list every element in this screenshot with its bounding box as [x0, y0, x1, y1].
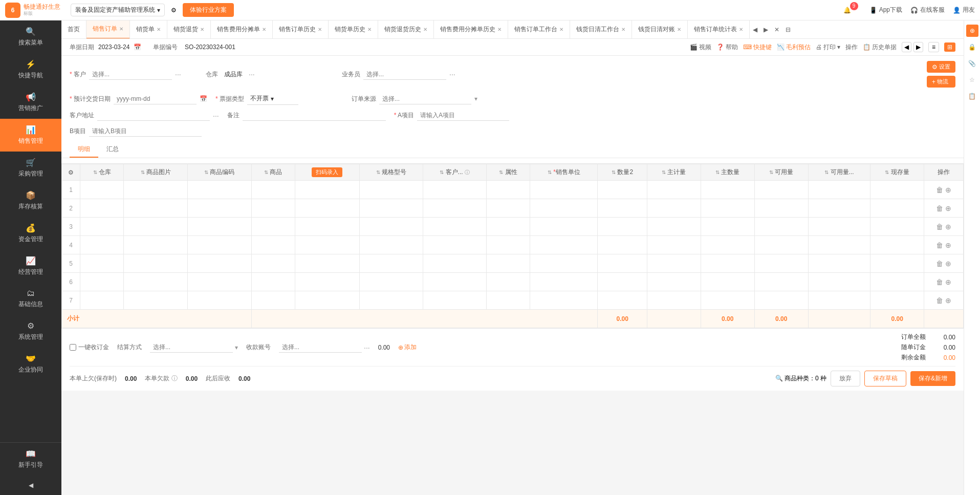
- grid-view-btn[interactable]: ⊞: [944, 42, 955, 52]
- remark-input[interactable]: [243, 110, 386, 121]
- address-input[interactable]: [97, 110, 210, 121]
- sort-availablemore-icon[interactable]: ⇅: [824, 169, 829, 175]
- payment-method-dropdown[interactable]: ▾: [235, 344, 238, 351]
- payment-method-input[interactable]: [150, 342, 233, 353]
- delivery-input[interactable]: [114, 94, 197, 104]
- sort-spec-icon[interactable]: ⇅: [376, 169, 380, 175]
- sort-custcode-icon[interactable]: ⇅: [440, 169, 444, 175]
- system-selector[interactable]: 装备及固定资产辅助管理系统 ▾: [71, 4, 165, 16]
- help-btn[interactable]: ❓ 帮助: [716, 43, 738, 52]
- sort-qty2-icon[interactable]: ⇅: [612, 169, 616, 175]
- history-btn[interactable]: 📋 历史单据: [863, 43, 897, 52]
- user-avatar[interactable]: 👤 用友: [953, 6, 975, 14]
- staff-more-btn[interactable]: ···: [449, 70, 455, 78]
- app-download-item[interactable]: 📱 App下载: [869, 6, 902, 14]
- tab-cashclear[interactable]: 钱货日清工作台 ✕: [570, 20, 632, 39]
- tab-next-btn[interactable]: ▶: [760, 20, 771, 39]
- payment-checkbox[interactable]: [70, 344, 76, 351]
- tab-close-cashclear[interactable]: ✕: [621, 27, 625, 32]
- sidebar-collapse-btn[interactable]: ◀: [0, 476, 61, 495]
- online-service-item[interactable]: 🎧 在线客服: [910, 6, 945, 14]
- tab-close-salesfeehistory[interactable]: ✕: [497, 27, 502, 32]
- td-spec-1[interactable]: [359, 181, 423, 199]
- scan-button[interactable]: 扫码录入: [312, 167, 342, 177]
- staff-input[interactable]: [363, 69, 446, 80]
- tab-close-salesreturn[interactable]: ✕: [157, 27, 161, 32]
- table-settings-icon[interactable]: ⚙: [68, 169, 74, 176]
- copy-row-4-btn[interactable]: ⊕: [945, 241, 951, 249]
- tab-salesfeehistory[interactable]: 销售费用分摊单历史 ✕: [434, 20, 508, 39]
- copy-row-6-btn[interactable]: ⊕: [945, 278, 951, 286]
- delivery-calendar-icon[interactable]: 📅: [200, 95, 207, 102]
- profit-btn[interactable]: 📉 毛利预估: [777, 43, 811, 52]
- tab-salesorder[interactable]: 销售订单 ✕: [86, 20, 130, 39]
- right-panel-lock-icon[interactable]: 🔒: [966, 41, 978, 53]
- right-panel-attach-icon[interactable]: 📎: [966, 57, 978, 70]
- td-mainqty-1[interactable]: [701, 181, 754, 199]
- delete-row-3-btn[interactable]: 🗑: [936, 223, 943, 231]
- tab-close-cashreconcile[interactable]: ✕: [677, 27, 681, 32]
- settings-quick-btn[interactable]: ⚙ 设置: [927, 61, 955, 73]
- delete-row-4-btn[interactable]: 🗑: [936, 241, 943, 249]
- tab-salesfee[interactable]: 销售费用分摊单 ✕: [211, 20, 273, 39]
- tab-home[interactable]: 首页: [61, 20, 86, 39]
- sidebar-item-finance[interactable]: 💰 资金管理: [0, 217, 61, 250]
- tab-close-saleshistory[interactable]: ✕: [318, 27, 322, 32]
- sort-code-icon[interactable]: ⇅: [204, 169, 208, 175]
- calendar-icon[interactable]: 📅: [134, 44, 141, 51]
- tab-close-salesrefundhistory[interactable]: ✕: [423, 27, 427, 32]
- sort-available-icon[interactable]: ⇅: [769, 169, 773, 175]
- notification-item[interactable]: 🔔 9: [843, 6, 861, 14]
- sort-warehouse-icon[interactable]: ⇅: [93, 169, 97, 175]
- tab-prev-btn[interactable]: ◀: [750, 20, 760, 39]
- right-panel-note-icon[interactable]: 📋: [966, 90, 978, 102]
- sidebar-item-quicknav[interactable]: ⚡ 快捷导航: [0, 53, 61, 86]
- aproject-input[interactable]: [417, 110, 509, 121]
- right-panel-add-icon[interactable]: ⊕: [966, 25, 978, 37]
- bproject-input[interactable]: [89, 126, 202, 137]
- operate-btn[interactable]: 操作: [845, 43, 858, 52]
- print-btn[interactable]: 🖨 打印 ▾: [816, 43, 840, 52]
- tab-close-salesfee[interactable]: ✕: [262, 27, 266, 32]
- tab-close-salessummary[interactable]: ✕: [739, 27, 743, 32]
- sidebar-item-inventory[interactable]: 📦 库存核算: [0, 184, 61, 217]
- sort-stock-icon[interactable]: ⇅: [885, 169, 889, 175]
- sidebar-item-purchase[interactable]: 🛒 采购管理: [0, 152, 61, 184]
- payment-checkbox-label[interactable]: 一键收订金: [70, 343, 109, 352]
- sort-attr-icon[interactable]: ⇅: [499, 169, 503, 175]
- tab-menu-btn[interactable]: ⊟: [782, 20, 794, 39]
- tab-salessummary[interactable]: 销售订单统计表 ✕: [688, 20, 750, 39]
- tab-salesreturnhistory[interactable]: 销货单历史 ✕: [329, 20, 378, 39]
- hotkey-btn[interactable]: ⌨ 快捷键: [743, 43, 772, 52]
- inner-tab-summary[interactable]: 汇总: [98, 142, 127, 158]
- td-image-1[interactable]: [124, 181, 188, 199]
- tab-salesrefundhistory[interactable]: 销货退货历史 ✕: [378, 20, 434, 39]
- tab-close-all-btn[interactable]: ✕: [771, 20, 782, 39]
- copy-row-3-btn[interactable]: ⊕: [945, 223, 951, 231]
- address-more-btn[interactable]: ···: [213, 112, 219, 120]
- sort-product-icon[interactable]: ⇅: [264, 169, 268, 175]
- delete-row-5-btn[interactable]: 🗑: [936, 260, 943, 268]
- list-view-btn[interactable]: ≡: [928, 42, 939, 52]
- tab-saleshistory[interactable]: 销售订单历史 ✕: [273, 20, 329, 39]
- receipt-more-btn[interactable]: ···: [364, 343, 370, 352]
- sidebar-item-marketing[interactable]: 📢 营销推广: [0, 86, 61, 119]
- nav-next-btn[interactable]: ▶: [913, 42, 923, 52]
- td-warehouse-1[interactable]: [80, 181, 124, 199]
- tab-salesrefund[interactable]: 销货退货 ✕: [167, 20, 211, 39]
- nav-prev-btn[interactable]: ◀: [902, 42, 911, 52]
- save-new-button[interactable]: 保存&新增: [910, 371, 955, 386]
- warehouse-more-btn[interactable]: ···: [249, 70, 255, 78]
- td-qty2-1[interactable]: [598, 181, 647, 199]
- td-code-1[interactable]: [188, 181, 252, 199]
- sidebar-item-operations[interactable]: 📈 经营管理: [0, 250, 61, 283]
- copy-row-2-btn[interactable]: ⊕: [945, 204, 951, 212]
- tab-close-salesorder[interactable]: ✕: [119, 26, 123, 32]
- settings-icon[interactable]: ⚙: [169, 0, 179, 20]
- td-salesunit-1[interactable]: [530, 181, 598, 199]
- invoice-select[interactable]: 不开票 ▾: [247, 93, 298, 105]
- sort-mainunit-icon[interactable]: ⇅: [662, 169, 666, 175]
- discard-button[interactable]: 放弃: [831, 371, 860, 386]
- td-attr-1[interactable]: [486, 181, 530, 199]
- copy-row-5-btn[interactable]: ⊕: [945, 260, 951, 268]
